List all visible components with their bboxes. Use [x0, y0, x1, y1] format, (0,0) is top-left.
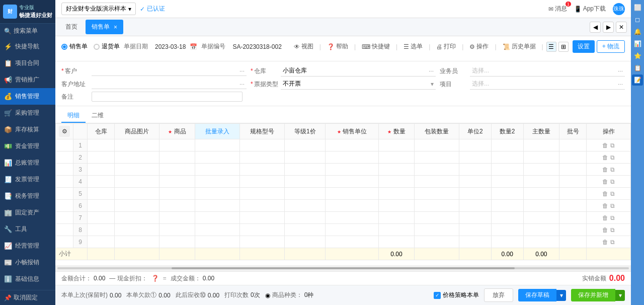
- copy-icon[interactable]: ⧉: [610, 226, 615, 234]
- row-cell-14[interactable]: [559, 151, 587, 164]
- sidebar-item-tax[interactable]: 📑 税务管理: [0, 188, 55, 204]
- sidebar-item-marketing[interactable]: 📢 营销推广: [0, 71, 55, 88]
- sidebar-item-nav[interactable]: ⚡ 快捷导航: [0, 38, 55, 55]
- col-image[interactable]: 商品图片: [115, 124, 159, 139]
- row-cell-8[interactable]: [326, 212, 379, 224]
- row-cell-4[interactable]: [159, 176, 195, 188]
- row-cell-8[interactable]: [326, 139, 379, 151]
- sidebar-item-capital[interactable]: 💵 资金管理: [0, 138, 55, 155]
- row-cell-7[interactable]: [285, 212, 326, 224]
- copy-icon[interactable]: ⧉: [610, 214, 615, 221]
- sidebar-search[interactable]: 🔍 搜索菜单: [0, 24, 55, 38]
- row-cell-12[interactable]: [491, 188, 523, 200]
- copy-icon[interactable]: ⧉: [610, 202, 615, 209]
- remarks-input[interactable]: [92, 92, 243, 102]
- row-cell-8[interactable]: [326, 164, 379, 176]
- row-cell-6[interactable]: [239, 188, 284, 200]
- sidebar-item-baseinfo[interactable]: ℹ️ 基础信息: [0, 271, 55, 287]
- row-cell-10[interactable]: [414, 164, 459, 176]
- user-avatar[interactable]: 珠珠: [613, 3, 625, 15]
- col-main-qty[interactable]: 主数量: [523, 124, 559, 139]
- row-cell-7[interactable]: [285, 176, 326, 188]
- row-cell-8[interactable]: [326, 188, 379, 200]
- abandon-button[interactable]: 放弃: [484, 288, 513, 302]
- row-cell-12[interactable]: [491, 164, 523, 176]
- row-cell-11[interactable]: [459, 139, 491, 151]
- row-cell-10[interactable]: [414, 224, 459, 236]
- row-cell-10[interactable]: [414, 176, 459, 188]
- row-cell-13[interactable]: [523, 212, 559, 224]
- row-cell-11[interactable]: [459, 236, 491, 248]
- row-cell-11[interactable]: [459, 151, 491, 164]
- row-cell-2[interactable]: [88, 200, 115, 212]
- row-cell-9[interactable]: [379, 151, 415, 164]
- col-unit[interactable]: ★ 销售单位: [326, 124, 379, 139]
- row-cell-14[interactable]: [559, 200, 587, 212]
- row-cell-12[interactable]: [491, 224, 523, 236]
- row-cell-11[interactable]: [459, 176, 491, 188]
- delete-icon[interactable]: 🗑: [602, 142, 608, 149]
- col-grade-price[interactable]: 等级1价: [285, 124, 326, 139]
- delete-icon[interactable]: 🗑: [602, 214, 608, 221]
- sidebar-item-purchase[interactable]: 🛒 采购管理: [0, 105, 55, 121]
- salesperson-dots-icon[interactable]: ···: [618, 67, 623, 74]
- delete-icon[interactable]: 🗑: [602, 226, 608, 234]
- row-cell-7[interactable]: [285, 236, 326, 248]
- row-cell-2[interactable]: [88, 139, 115, 151]
- salesperson-input[interactable]: 选择... ···: [470, 65, 625, 77]
- row-cell-13[interactable]: [523, 176, 559, 188]
- tab-prev-btn[interactable]: ◀: [590, 22, 601, 33]
- row-cell-8[interactable]: [326, 176, 379, 188]
- row-cell-11[interactable]: [459, 200, 491, 212]
- row-cell-8[interactable]: [326, 224, 379, 236]
- row-cell-5[interactable]: [195, 212, 239, 224]
- row-cell-6[interactable]: [239, 212, 284, 224]
- col-qty2[interactable]: 数量2: [491, 124, 523, 139]
- row-cell-4[interactable]: [159, 212, 195, 224]
- right-panel-icon-3[interactable]: 🔔: [632, 26, 643, 37]
- operate-btn[interactable]: ⚙ 操作: [466, 41, 492, 52]
- sidebar-item-invoice[interactable]: 🧾 发票管理: [0, 171, 55, 188]
- tab-detail-mingxi[interactable]: 明细: [61, 109, 86, 123]
- tab-next-btn[interactable]: ▶: [603, 22, 614, 33]
- row-cell-2[interactable]: [88, 212, 115, 224]
- row-cell-8[interactable]: [326, 151, 379, 164]
- col-spec[interactable]: 规格型号: [239, 124, 284, 139]
- row-cell-7[interactable]: [285, 200, 326, 212]
- row-cell-4[interactable]: [159, 200, 195, 212]
- delete-icon[interactable]: 🗑: [602, 166, 608, 173]
- row-cell-5[interactable]: [195, 164, 239, 176]
- row-cell-4[interactable]: [159, 188, 195, 200]
- row-cell-11[interactable]: [459, 224, 491, 236]
- row-cell-13[interactable]: [523, 224, 559, 236]
- row-cell-12[interactable]: [491, 151, 523, 164]
- save-new-button[interactable]: 保存并新增: [571, 289, 615, 301]
- copy-icon[interactable]: ⧉: [610, 239, 615, 246]
- sidebar-item-sales[interactable]: 💰 销售管理: [0, 88, 55, 105]
- delete-icon[interactable]: 🗑: [602, 178, 608, 185]
- row-cell-6[interactable]: [239, 164, 284, 176]
- copy-icon[interactable]: ⧉: [610, 190, 615, 197]
- app-download-btn[interactable]: 📱 App下载: [574, 5, 606, 13]
- col-goods[interactable]: ★ 商品: [159, 124, 195, 139]
- add-line-button[interactable]: + 物流: [597, 40, 625, 53]
- row-cell-2[interactable]: [88, 236, 115, 248]
- row-cell-5[interactable]: [195, 200, 239, 212]
- shortcut-btn[interactable]: ⌨ 快捷键: [359, 41, 393, 52]
- row-cell-10[interactable]: [414, 236, 459, 248]
- customer-input[interactable]: ···: [92, 66, 247, 76]
- history-btn[interactable]: 📜 历史单据: [500, 41, 539, 52]
- row-cell-13[interactable]: [523, 151, 559, 164]
- row-cell-9[interactable]: [379, 224, 415, 236]
- copy-icon[interactable]: ⧉: [610, 142, 615, 149]
- row-cell-3[interactable]: [115, 200, 159, 212]
- warehouse-dots-icon[interactable]: ···: [429, 67, 434, 74]
- row-cell-12[interactable]: [491, 200, 523, 212]
- row-cell-9[interactable]: [379, 212, 415, 224]
- row-cell-2[interactable]: [88, 151, 115, 164]
- row-cell-14[interactable]: [559, 224, 587, 236]
- copy-icon[interactable]: ⧉: [610, 178, 615, 185]
- calendar-icon[interactable]: 📅: [190, 43, 197, 50]
- row-cell-11[interactable]: [459, 164, 491, 176]
- delete-icon[interactable]: 🗑: [602, 190, 608, 197]
